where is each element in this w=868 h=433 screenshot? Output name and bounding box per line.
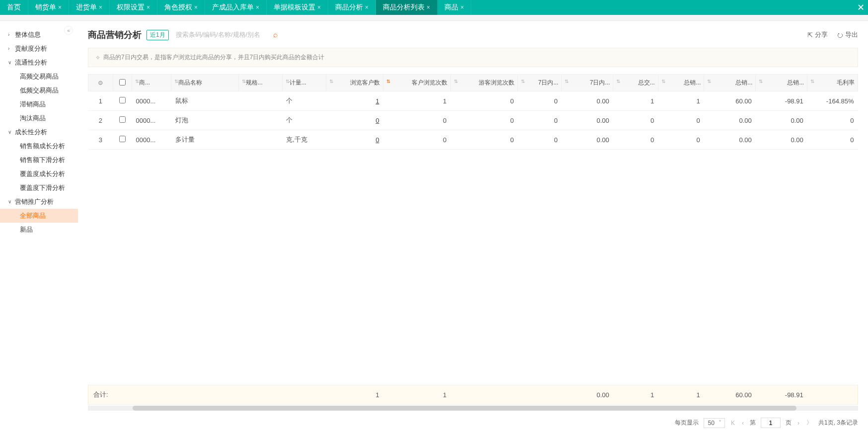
sort-icon[interactable]: ⇅ (174, 79, 178, 84)
th[interactable]: ⇅ 7日内... (562, 75, 613, 91)
th[interactable]: ⇅ 总销... (704, 75, 756, 91)
first-page-button[interactable]: K (730, 420, 736, 427)
nav-group[interactable]: ∨成长性分析 (0, 125, 78, 139)
column-header[interactable]: 7日内... (590, 79, 610, 86)
close-icon[interactable]: × (194, 4, 198, 11)
close-icon[interactable]: × (317, 4, 321, 11)
th[interactable]: ⇅ 7日内... (518, 75, 562, 91)
page-input[interactable] (761, 418, 781, 428)
th[interactable]: ⇅ 毛利率 (807, 75, 858, 91)
gear-icon[interactable]: ⚙ (98, 80, 103, 87)
th[interactable]: ⇅ 浏览客户数 (326, 75, 383, 91)
th[interactable]: ⇅ 总销... (756, 75, 807, 91)
close-icon[interactable]: × (256, 4, 259, 11)
sort-icon[interactable]: ⇅ (135, 79, 139, 84)
per-page-select[interactable]: 50 (704, 418, 725, 428)
search-icon[interactable]: ⌕ (273, 30, 278, 39)
scrollbar-thumb[interactable] (133, 406, 796, 411)
column-header[interactable]: 毛利率 (837, 79, 855, 86)
column-header[interactable]: 总交... (638, 79, 655, 86)
tab-角色授权[interactable]: 角色授权× (157, 0, 205, 15)
nav-group[interactable]: ∨流通性分析 (0, 56, 78, 70)
tab-单据模板设置[interactable]: 单据模板设置× (267, 0, 328, 15)
nav-item[interactable]: 覆盖度成长分析 (0, 167, 78, 181)
nav-item[interactable]: 低频交易商品 (0, 84, 78, 97)
column-header[interactable]: 总销... (787, 79, 804, 86)
nav-item[interactable]: 销售额下滑分析 (0, 153, 78, 167)
column-header[interactable]: 总销... (735, 79, 752, 86)
sort-icon[interactable]: ⇅ (329, 79, 333, 84)
sort-icon[interactable]: ⇅ (810, 79, 814, 84)
row-checkbox[interactable] (119, 116, 126, 123)
column-header[interactable]: 商品名称 (178, 79, 202, 86)
close-icon[interactable]: × (146, 4, 150, 11)
sidebar-collapse-button[interactable]: « (64, 26, 73, 35)
nav-group[interactable]: ›贡献度分析 (0, 42, 78, 56)
th[interactable]: ⇅ 总销... (658, 75, 704, 91)
nav-item[interactable]: 全部商品 (0, 209, 78, 223)
cell[interactable]: 0 (326, 130, 383, 150)
th[interactable]: ⇅ 客户浏览次数 (383, 75, 451, 91)
tab-产成品入库单[interactable]: 产成品入库单× (205, 0, 267, 15)
column-header[interactable]: 总销... (684, 79, 701, 86)
export-button[interactable]: ⭮ 导出 (837, 30, 858, 39)
sort-icon[interactable]: ⇅ (386, 79, 390, 84)
cell[interactable] (113, 130, 132, 150)
column-header[interactable]: 计量... (289, 79, 306, 86)
column-header[interactable]: 客户浏览次数 (412, 79, 447, 86)
tab-商品分析列表[interactable]: 商品分析列表× (376, 0, 437, 15)
cell[interactable] (113, 91, 132, 111)
nav-group[interactable]: ∨营销推广分析 (0, 195, 78, 209)
nav-item[interactable]: 新品 (0, 223, 78, 237)
tab-销货单[interactable]: 销货单× (28, 0, 69, 15)
tab-首页[interactable]: 首页 (0, 0, 28, 15)
select-all-checkbox[interactable] (119, 79, 126, 86)
column-header[interactable]: 规格... (246, 79, 263, 86)
close-icon[interactable]: × (460, 4, 464, 11)
th[interactable]: ⇅ 商品名称 (171, 75, 239, 91)
close-icon[interactable]: × (365, 4, 368, 11)
row-checkbox[interactable] (119, 97, 126, 103)
th[interactable]: ⇅ 游客浏览次数 (450, 75, 518, 91)
sort-icon[interactable]: ⇅ (616, 79, 620, 84)
nav-item[interactable]: 销售额成长分析 (0, 139, 78, 153)
th[interactable]: ⇅ 计量... (282, 75, 326, 91)
column-header[interactable]: 商... (139, 79, 150, 86)
sort-icon[interactable]: ⇅ (707, 79, 711, 84)
column-header[interactable]: 浏览客户数 (350, 79, 380, 86)
sort-icon[interactable]: ⇅ (565, 79, 569, 84)
search-input[interactable] (174, 29, 273, 41)
th[interactable]: ⚙ (88, 75, 113, 91)
th[interactable] (113, 75, 132, 91)
nav-item[interactable]: 覆盖度下滑分析 (0, 181, 78, 195)
close-icon[interactable]: × (58, 4, 62, 11)
prev-page-button[interactable]: ‹ (741, 420, 745, 427)
close-icon[interactable]: × (99, 4, 102, 11)
sort-icon[interactable]: ⇅ (286, 79, 289, 84)
cell[interactable]: 0 (326, 111, 383, 130)
nav-item[interactable]: 高频交易商品 (0, 70, 78, 84)
nav-item[interactable]: 滞销商品 (0, 97, 78, 111)
date-range-tag[interactable]: 近1月 (146, 30, 169, 40)
horizontal-scrollbar[interactable] (88, 406, 858, 411)
share-button[interactable]: ⇱ 分享 (807, 30, 828, 39)
row-checkbox[interactable] (119, 136, 126, 142)
sort-icon[interactable]: ⇅ (454, 79, 458, 84)
sort-icon[interactable]: ⇅ (521, 79, 525, 84)
next-page-button[interactable]: › (796, 420, 800, 427)
tab-商品分析[interactable]: 商品分析× (328, 0, 376, 15)
sort-icon[interactable]: ⇅ (242, 79, 246, 84)
column-header[interactable]: 游客浏览次数 (479, 79, 514, 86)
tab-进货单[interactable]: 进货单× (69, 0, 110, 15)
sort-icon[interactable]: ⇅ (661, 79, 665, 84)
th[interactable]: ⇅ 规格... (238, 75, 282, 91)
th[interactable]: ⇅ 商... (132, 75, 171, 91)
column-header[interactable]: 7日内... (538, 79, 559, 86)
th[interactable]: ⇅ 总交... (613, 75, 658, 91)
cell[interactable]: 1 (326, 91, 383, 111)
tab-权限设置[interactable]: 权限设置× (110, 0, 157, 15)
sort-icon[interactable]: ⇅ (759, 79, 763, 84)
close-all-tabs-button[interactable]: ✕ (853, 0, 868, 15)
tab-商品[interactable]: 商品× (437, 0, 471, 15)
last-page-button[interactable]: 》 (805, 419, 813, 427)
